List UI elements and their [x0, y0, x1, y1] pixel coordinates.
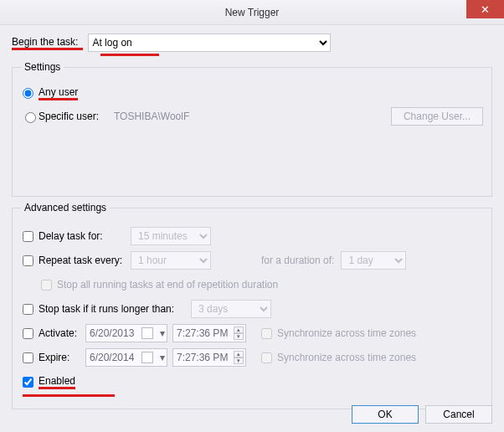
activate-date-field[interactable]: 6/20/2013 ▾ [85, 324, 167, 342]
date-picker-icon [141, 352, 153, 363]
advanced-legend: Advanced settings [21, 202, 110, 213]
specific-user-radio[interactable] [25, 112, 36, 123]
advanced-settings-group: Advanced settings Delay task for: 15 min… [12, 202, 492, 409]
expire-date-value: 6/20/2014 [90, 352, 134, 363]
repeat-duration-select[interactable]: 1 day [341, 251, 406, 270]
activate-label: Activate: [39, 327, 85, 339]
window-title: New Trigger [0, 7, 504, 18]
begin-task-select[interactable]: At log on [88, 33, 331, 52]
stop-if-longer-select[interactable]: 3 days [191, 300, 271, 318]
cancel-button[interactable]: Cancel [425, 405, 492, 424]
activate-time-value: 7:27:36 PM [177, 327, 228, 339]
expire-time-value: 7:27:36 PM [177, 352, 228, 363]
repeat-duration-label: for a duration of: [261, 255, 334, 266]
chevron-down-icon: ▾ [160, 352, 165, 363]
spinner-up-icon: ▴ [234, 351, 244, 357]
close-button[interactable]: ✕ [466, 0, 504, 18]
activate-date-value: 6/20/2013 [90, 327, 134, 339]
expire-label: Expire: [39, 352, 85, 363]
specific-user-label: Specific user: [39, 111, 114, 122]
chevron-down-icon: ▾ [160, 327, 165, 339]
expire-time-field[interactable]: 7:27:36 PM ▴ ▾ [172, 348, 246, 367]
settings-legend: Settings [21, 61, 64, 73]
dialog-footer: OK Cancel [352, 405, 492, 424]
stop-at-end-label: Stop all running tasks at end of repetit… [57, 279, 278, 291]
highlight-underline [23, 394, 115, 397]
begin-task-label: Begin the task: [12, 36, 78, 48]
any-user-radio[interactable] [23, 88, 33, 99]
activate-sync-label: Synchronize across time zones [277, 327, 416, 339]
enabled-checkbox[interactable] [23, 377, 33, 388]
activate-checkbox[interactable] [23, 328, 33, 339]
ok-button[interactable]: OK [352, 405, 419, 424]
any-user-label: Any user [39, 86, 78, 98]
date-picker-icon [141, 327, 153, 339]
change-user-button[interactable]: Change User... [391, 107, 483, 126]
stop-if-longer-checkbox[interactable] [23, 304, 33, 315]
spinner-up-icon: ▴ [234, 327, 244, 333]
activate-time-field[interactable]: 7:27:36 PM ▴ ▾ [172, 324, 246, 342]
close-icon: ✕ [481, 3, 490, 16]
repeat-select[interactable]: 1 hour [131, 251, 211, 270]
time-spinner[interactable]: ▴ ▾ [234, 351, 244, 364]
time-spinner[interactable]: ▴ ▾ [234, 327, 244, 340]
activate-sync-checkbox[interactable] [261, 328, 272, 339]
dialog-content: Begin the task: At log on Settings Any u… [0, 25, 504, 421]
delay-checkbox[interactable] [23, 231, 33, 242]
enabled-label: Enabled [39, 375, 75, 387]
highlight-underline [100, 54, 159, 56]
stop-at-end-checkbox[interactable] [41, 280, 52, 291]
expire-checkbox[interactable] [23, 352, 33, 363]
expire-sync-checkbox[interactable] [261, 352, 272, 363]
delay-label: Delay task for: [39, 230, 131, 242]
stop-if-longer-label: Stop task if it runs longer than: [39, 303, 191, 315]
expire-date-field[interactable]: 6/20/2014 ▾ [85, 348, 167, 367]
repeat-label: Repeat task every: [39, 255, 131, 266]
specific-user-value: TOSHIBA\WoolF [114, 111, 391, 122]
repeat-checkbox[interactable] [23, 255, 33, 266]
settings-group: Settings Any user Specific user: TOSHIBA… [12, 61, 492, 197]
titlebar: New Trigger ✕ [0, 0, 504, 25]
spinner-down-icon: ▾ [234, 357, 244, 364]
delay-select[interactable]: 15 minutes [131, 227, 211, 245]
expire-sync-label: Synchronize across time zones [277, 352, 416, 363]
spinner-down-icon: ▾ [234, 333, 244, 340]
